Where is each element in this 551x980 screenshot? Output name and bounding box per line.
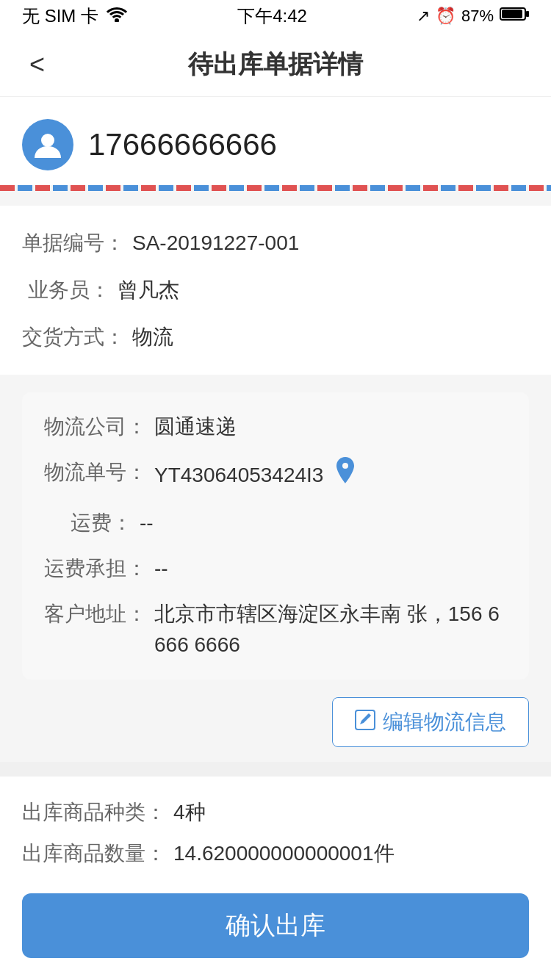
product-types-label: 出库商品种类： — [22, 799, 173, 826]
svg-point-3 — [41, 134, 54, 147]
back-button[interactable]: < — [22, 42, 52, 87]
confirm-outbound-label: 确认出库 — [226, 909, 325, 943]
status-left: 无 SIM 卡 — [22, 4, 128, 28]
logistics-company-value: 圆通速递 — [154, 411, 507, 442]
edit-icon — [355, 710, 375, 735]
edit-logistics-button[interactable]: 编辑物流信息 — [332, 697, 529, 747]
edit-btn-container: 编辑物流信息 — [0, 697, 551, 762]
product-quantity-value: 14.620000000000001件 — [173, 840, 395, 868]
alarm-icon: ⏰ — [436, 7, 455, 26]
nav-bar: < 待出库单据详情 — [0, 32, 551, 97]
status-time: 下午4:42 — [237, 4, 307, 28]
product-quantity-row: 出库商品数量： 14.620000000000001件 — [22, 840, 529, 868]
logistics-tracking-row: 物流单号： YT43064053424I3 — [44, 457, 507, 493]
carrier-label: 无 SIM 卡 — [22, 4, 98, 28]
document-info-section: 单据编号： SA-20191227-001 业务员： 曾凡杰 交货方式： 物流 — [0, 206, 551, 375]
dashed-divider — [0, 185, 551, 191]
page-title: 待出库单据详情 — [188, 48, 363, 82]
battery-icon — [500, 6, 529, 26]
svg-rect-2 — [502, 10, 522, 18]
freight-bearer-label: 运费承担： — [44, 553, 154, 584]
freight-label: 运费： — [44, 508, 140, 538]
address-row: 客户地址： 北京市市辖区海淀区永丰南 张，156 6666 6666 — [44, 599, 507, 660]
document-number-row: 单据编号： SA-20191227-001 — [22, 228, 529, 259]
salesperson-label: 业务员： — [22, 275, 118, 306]
location-pin-icon[interactable] — [334, 457, 357, 493]
location-icon: ↗ — [417, 7, 430, 26]
freight-row: 运费： -- — [44, 508, 507, 538]
stats-section: 出库商品种类： 4种 出库商品数量： 14.620000000000001件 — [0, 777, 551, 890]
logistics-tracking-label: 物流单号： — [44, 457, 154, 488]
delivery-label: 交货方式： — [22, 322, 132, 353]
confirm-outbound-button[interactable]: 确认出库 — [22, 893, 529, 958]
product-types-value: 4种 — [173, 799, 206, 826]
document-number-label: 单据编号： — [22, 228, 132, 259]
customer-header: 17666666666 — [0, 97, 551, 185]
logistics-tracking-value: YT43064053424I3 — [154, 457, 507, 493]
freight-bearer-row: 运费承担： -- — [44, 553, 507, 584]
customer-phone: 17666666666 — [88, 127, 277, 162]
delivery-row: 交货方式： 物流 — [22, 322, 529, 353]
logistics-card: 物流公司： 圆通速递 物流单号： YT43064053424I3 运费： -- … — [22, 392, 529, 680]
section-divider — [0, 762, 551, 777]
status-bar: 无 SIM 卡 下午4:42 ↗ ⏰ 87% — [0, 0, 551, 32]
logistics-company-label: 物流公司： — [44, 411, 154, 442]
confirm-btn-wrapper: 确认出库 — [0, 882, 551, 980]
freight-bearer-value: -- — [154, 553, 507, 584]
delivery-value: 物流 — [132, 322, 529, 353]
status-right: ↗ ⏰ 87% — [417, 6, 529, 26]
edit-logistics-label: 编辑物流信息 — [383, 708, 506, 736]
document-number-value: SA-20191227-001 — [132, 228, 529, 259]
product-types-row: 出库商品种类： 4种 — [22, 799, 529, 826]
product-quantity-label: 出库商品数量： — [22, 840, 173, 868]
logistics-company-row: 物流公司： 圆通速递 — [44, 411, 507, 442]
main-content: 17666666666 单据编号： SA-20191227-001 业务员： 曾… — [0, 97, 551, 980]
address-label: 客户地址： — [44, 599, 154, 630]
salesperson-value: 曾凡杰 — [118, 275, 529, 306]
address-value: 北京市市辖区海淀区永丰南 张，156 6666 6666 — [154, 599, 507, 660]
freight-value: -- — [140, 508, 507, 538]
svg-rect-1 — [526, 11, 529, 17]
wifi-icon — [106, 6, 128, 26]
avatar — [22, 119, 73, 170]
salesperson-row: 业务员： 曾凡杰 — [22, 275, 529, 306]
battery-label: 87% — [461, 7, 494, 26]
